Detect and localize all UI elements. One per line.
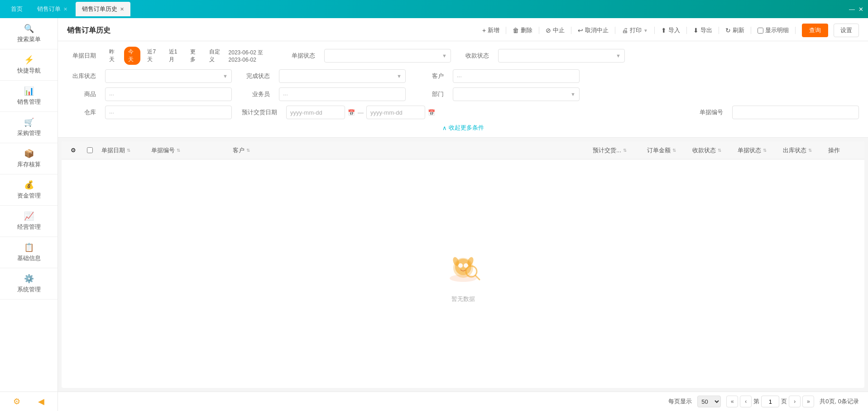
- th-date-sort[interactable]: ⇅: [127, 148, 130, 153]
- tab-home[interactable]: 首页: [5, 2, 29, 16]
- divider5: [654, 27, 655, 34]
- order-no-input[interactable]: [732, 106, 859, 119]
- sidebar-item-inventory[interactable]: 📦 库存核算: [0, 143, 58, 174]
- import-button[interactable]: ⬆ 导入: [661, 26, 680, 34]
- th-action: 操作: [825, 146, 861, 155]
- topbar-close[interactable]: ✕: [858, 6, 863, 13]
- goods-input[interactable]: ···: [105, 87, 232, 101]
- order-no-label: 单据编号: [694, 108, 723, 116]
- divider1: [506, 27, 506, 34]
- warehouse-input[interactable]: ···: [105, 106, 232, 119]
- delivery-date-calendar-end[interactable]: 📅: [428, 109, 435, 116]
- quick-nav-icon: ⚡: [24, 55, 34, 65]
- customer-filter-label: 客户: [415, 72, 444, 80]
- query-button[interactable]: 查询: [802, 24, 828, 37]
- topbar-minimize[interactable]: —: [849, 6, 855, 13]
- sidebar-item-operations[interactable]: 📈 经营管理: [0, 206, 58, 237]
- customer-dots: ···: [457, 73, 462, 80]
- sidebar-item-quick-nav[interactable]: ⚡ 快捷导航: [0, 49, 58, 81]
- date-more[interactable]: 更多: [186, 47, 202, 65]
- new-button[interactable]: + 新增: [482, 26, 499, 34]
- customer-input[interactable]: ···: [453, 69, 580, 83]
- tab-sales-history-label: 销售订单历史: [82, 5, 117, 13]
- print-arrow: ▼: [643, 28, 648, 33]
- import-label: 导入: [668, 26, 680, 34]
- th-number-sort[interactable]: ⇅: [177, 148, 180, 153]
- export-icon: ⬇: [693, 27, 699, 34]
- collapse-text: 收起更多条件: [449, 124, 484, 132]
- tab-sales-order-close[interactable]: ✕: [63, 6, 67, 12]
- th-payment-sort[interactable]: ⇅: [718, 148, 721, 153]
- salesperson-input[interactable]: ···: [279, 87, 406, 101]
- th-order-status: 单据状态 ⇅: [734, 146, 779, 155]
- date-1month[interactable]: 近1月: [165, 47, 183, 65]
- date-custom[interactable]: 自定义: [205, 47, 225, 65]
- refresh-label: 刷新: [733, 26, 744, 34]
- settings-button[interactable]: 设置: [834, 24, 859, 37]
- status-select[interactable]: ▼: [324, 49, 451, 63]
- complete-select[interactable]: ▼: [279, 69, 406, 83]
- salesperson-dots: ···: [283, 91, 288, 98]
- page-number-input[interactable]: [761, 396, 779, 407]
- stop-icon: ⊘: [546, 27, 551, 34]
- delete-button[interactable]: 🗑 删除: [513, 26, 532, 34]
- main-layout: 🔍 搜索菜单 ⚡ 快捷导航 📊 销售管理 🛒 采购管理 📦 库存核算 💰 资金管…: [0, 18, 868, 411]
- sidebar-item-purchase-mgmt[interactable]: 🛒 采购管理: [0, 112, 58, 143]
- table-settings-icon[interactable]: ⚙: [65, 147, 82, 154]
- next-page-button[interactable]: ›: [789, 396, 801, 407]
- export-button[interactable]: ⬇ 导出: [693, 26, 712, 34]
- date-yesterday[interactable]: 昨天: [105, 47, 121, 65]
- cancel-stop-button[interactable]: ↩ 取消中止: [578, 26, 609, 34]
- collapse-up-icon: ∧: [442, 125, 447, 131]
- sidebar-item-sales-mgmt[interactable]: 📊 销售管理: [0, 81, 58, 112]
- per-page-select[interactable]: 50 10 20 100: [697, 396, 721, 407]
- warehouse-filter-label: 仓库: [67, 108, 96, 116]
- first-page-button[interactable]: «: [726, 396, 738, 407]
- tab-sales-order[interactable]: 销售订单 ✕: [31, 2, 74, 16]
- date-today[interactable]: 今天: [124, 47, 140, 65]
- divider3: [571, 27, 571, 34]
- display-cols-check[interactable]: 显示明细: [758, 26, 789, 34]
- delivery-date-end-input[interactable]: yyyy-mm-dd: [366, 106, 425, 119]
- date-7days[interactable]: 近7天: [143, 47, 162, 65]
- inventory-icon: 📦: [24, 149, 34, 159]
- tab-sales-history-close[interactable]: ✕: [120, 6, 124, 12]
- sidebar-item-purchase-mgmt-label: 采购管理: [17, 129, 41, 137]
- delivery-date-start-input[interactable]: yyyy-mm-dd: [286, 106, 345, 119]
- check-all-checkbox[interactable]: [87, 147, 93, 153]
- page-title: 销售订单历史: [67, 26, 110, 35]
- th-customer: 客户 ⇅: [229, 146, 589, 155]
- stock-out-select[interactable]: ▼: [105, 69, 232, 83]
- sales-mgmt-icon: 📊: [24, 86, 34, 96]
- sidebar-item-finance[interactable]: 💰 资金管理: [0, 174, 58, 206]
- th-amount-sort[interactable]: ⇅: [672, 148, 676, 153]
- sidebar-item-search-menu[interactable]: 🔍 搜索菜单: [0, 18, 58, 49]
- last-page-button[interactable]: »: [802, 396, 814, 407]
- collapse-link[interactable]: ∧ 收起更多条件: [67, 124, 859, 132]
- display-cols-checkbox[interactable]: [758, 28, 763, 34]
- table-check-all[interactable]: [82, 147, 98, 153]
- filter-row-4: 仓库 ··· 预计交货日期 yyyy-mm-dd 📅 — yyyy-mm-dd …: [67, 106, 859, 119]
- sidebar-item-finance-label: 资金管理: [17, 192, 41, 200]
- basic-info-icon: 📋: [24, 242, 34, 252]
- date-range-display: 2023-06-02 至 2023-06-02: [229, 49, 277, 63]
- th-customer-sort[interactable]: ⇅: [246, 148, 250, 153]
- page-header: 销售订单历史 + 新增 🗑 删除 ⊘ 中止 ↩: [58, 18, 868, 41]
- th-stock-status-sort[interactable]: ⇅: [808, 148, 812, 153]
- print-button[interactable]: 🖨 打印 ▼: [622, 26, 648, 34]
- filter-area: 单据日期 昨天 今天 近7天 近1月 更多 自定义 2023-06-02 至 2…: [58, 41, 868, 138]
- refresh-button[interactable]: ↻ 刷新: [725, 26, 744, 34]
- payment-select[interactable]: ▼: [498, 49, 625, 63]
- dept-select[interactable]: ▼: [453, 87, 580, 101]
- sidebar-expand-icon[interactable]: ◀: [38, 396, 44, 406]
- sidebar-settings-icon[interactable]: ⚙: [13, 396, 20, 406]
- empty-illustration: [441, 244, 486, 290]
- stop-button[interactable]: ⊘ 中止: [546, 26, 565, 34]
- tab-sales-history[interactable]: 销售订单历史 ✕: [76, 2, 130, 16]
- sidebar-item-system[interactable]: ⚙️ 系统管理: [0, 268, 58, 300]
- th-order-status-sort[interactable]: ⇅: [763, 148, 767, 153]
- sidebar-item-basic-info[interactable]: 📋 基础信息: [0, 237, 58, 268]
- th-delivery-sort[interactable]: ⇅: [623, 148, 627, 153]
- delivery-date-calendar-start[interactable]: 📅: [348, 109, 355, 116]
- prev-page-button[interactable]: ‹: [740, 396, 752, 407]
